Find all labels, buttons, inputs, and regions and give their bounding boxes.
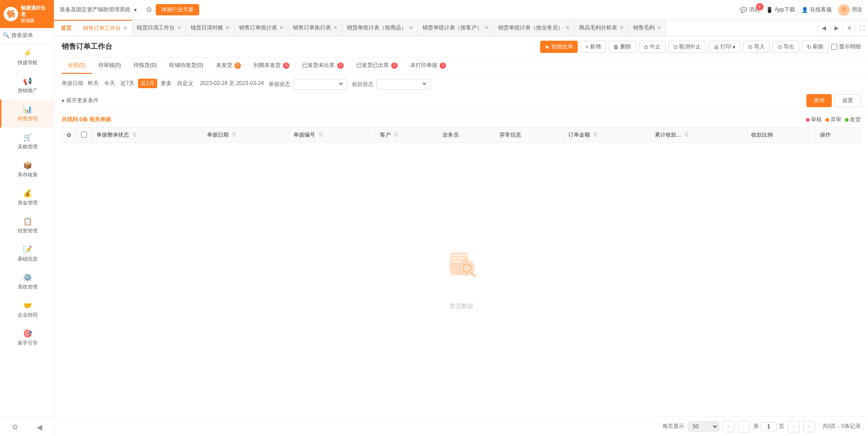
- sort-icon-amount[interactable]: ⇅: [593, 132, 598, 138]
- select-all-checkbox[interactable]: [81, 132, 87, 137]
- print-button[interactable]: 🖨 打印 ▾: [709, 41, 740, 53]
- sidebar-item-quick-nav[interactable]: ⚡ 快捷导航: [0, 43, 54, 71]
- sort-icon-date[interactable]: ⇅: [232, 132, 236, 138]
- tab-close-sales-stats[interactable]: ✕: [279, 25, 283, 31]
- topbar-settings-icon[interactable]: ⚙: [146, 5, 152, 14]
- status-filter-select[interactable]: [293, 79, 347, 90]
- page-prev-button[interactable]: ‹: [738, 421, 750, 432]
- topbar-app-download[interactable]: 📱 App下载: [766, 6, 795, 14]
- tab-sales-stats[interactable]: 销售订单统计表 ✕: [235, 20, 288, 36]
- show-detail-checkbox-label[interactable]: 显示明细: [831, 43, 861, 51]
- sort-icon-payment[interactable]: ⇅: [684, 132, 689, 138]
- export-button[interactable]: ⊙ 导出: [772, 41, 799, 53]
- expand-filter-button[interactable]: ▾ 展开更多条件: [62, 95, 99, 106]
- col-doc-date[interactable]: 单据日期 ⇅: [202, 128, 288, 143]
- audit-action-button[interactable]: 审核: [806, 116, 822, 123]
- col-doc-status[interactable]: 单据整体状态 ⇅: [92, 128, 202, 143]
- sidebar-item-marketing[interactable]: 📢 营销推广: [0, 71, 54, 100]
- tab-close-sales-goods[interactable]: ✕: [409, 25, 413, 31]
- date-opt-yesterday[interactable]: 昨天: [86, 79, 101, 88]
- payment-filter-select[interactable]: [376, 79, 431, 90]
- tab-close-all-button[interactable]: ✕: [843, 20, 855, 36]
- tab-close-sales-staff[interactable]: ✕: [566, 25, 570, 31]
- tab-close-margin[interactable]: ✕: [619, 25, 623, 31]
- tab-close-sales-exec[interactable]: ✕: [333, 25, 337, 31]
- refresh-button[interactable]: ↻ 刷新: [802, 41, 829, 53]
- tab-sales-customer[interactable]: 销货单统计表（按客户） ✕: [418, 20, 494, 36]
- subtab-pending-audit[interactable]: 待审核(0): [92, 58, 128, 74]
- subtab-unshipped[interactable]: 未发货 0: [210, 58, 247, 74]
- filter-settings-button[interactable]: 设置: [834, 94, 861, 107]
- date-opt-more[interactable]: 更多: [159, 79, 173, 88]
- unaudit-action-button[interactable]: 弃审: [825, 116, 841, 123]
- page-number-input[interactable]: [761, 422, 777, 431]
- pause-button[interactable]: ⊙ 中止: [639, 41, 666, 53]
- industry-solution-button[interactable]: 体验行业方案: [156, 4, 199, 15]
- date-opt-7days[interactable]: 近7天: [119, 79, 136, 88]
- tab-sales-order-workbench[interactable]: 销售订单工作台 ✕: [78, 20, 132, 36]
- subtab-wangpu-pending[interactable]: 旺铺待发货(0): [163, 58, 210, 74]
- sort-icon-number[interactable]: ⇅: [318, 132, 323, 138]
- col-customer[interactable]: 客户 ⇅: [375, 128, 437, 143]
- tab-sales-staff[interactable]: 销货单统计表（按业务员） ✕: [494, 20, 575, 36]
- topbar-user[interactable]: 用 用友: [838, 4, 863, 16]
- sort-icon-customer[interactable]: ⇅: [394, 132, 398, 138]
- tab-prev-button[interactable]: ◀: [817, 20, 830, 36]
- horizontal-scroll[interactable]: [62, 412, 861, 416]
- sidebar-search[interactable]: 🔍 搜索菜单: [0, 28, 54, 43]
- topbar-message[interactable]: 💬 消息 6: [740, 6, 760, 14]
- col-checkbox[interactable]: [77, 128, 92, 143]
- subtab-shipped-out[interactable]: 已发货已出库 0: [350, 58, 404, 74]
- import-button[interactable]: ⊙ 导入: [743, 41, 770, 53]
- sidebar-item-purchase[interactable]: 🛒 采购管理: [0, 128, 54, 156]
- sidebar-item-basic-info[interactable]: 📝 基础信息: [0, 240, 54, 268]
- tab-sales-margin[interactable]: 销售毛利 ✕: [628, 20, 666, 36]
- cancel-pause-button[interactable]: ⊙ 取消中止: [668, 41, 706, 53]
- tab-close-sales-customer[interactable]: ✕: [484, 25, 489, 31]
- query-button[interactable]: 查询: [806, 94, 832, 107]
- page-last-button[interactable]: »: [803, 421, 815, 432]
- settings-bottom-icon[interactable]: ⚙: [12, 423, 18, 431]
- sidebar-item-finance[interactable]: 💰 资金管理: [0, 184, 54, 212]
- topbar-dropdown[interactable]: ▾: [134, 7, 137, 13]
- col-cumulative-payment[interactable]: 累计收款... ⇅: [650, 128, 746, 143]
- date-opt-today[interactable]: 今天: [102, 79, 117, 88]
- show-detail-checkbox[interactable]: [831, 44, 837, 50]
- col-settings[interactable]: ⚙: [62, 128, 77, 143]
- subtab-shipped-not-out[interactable]: 已发货未出库 0: [296, 58, 350, 74]
- tab-sales-goods[interactable]: 销货单统计表（按商品） ✕: [342, 20, 418, 36]
- date-opt-custom[interactable]: 自定义: [175, 79, 195, 88]
- sort-icon-doc-status[interactable]: ⇅: [132, 132, 137, 138]
- page-next-button[interactable]: ›: [788, 421, 800, 432]
- col-doc-number[interactable]: 单据编号 ⇅: [288, 128, 375, 143]
- tab-fullscreen-button[interactable]: ⛶: [855, 20, 868, 36]
- ship-action-button[interactable]: 发货: [845, 116, 861, 123]
- tab-close-sales-margin[interactable]: ✕: [657, 25, 661, 31]
- tab-close-reconcile[interactable]: ✕: [225, 25, 230, 31]
- add-button[interactable]: + 新增: [580, 41, 606, 53]
- sidebar-item-guide[interactable]: 🎯 新手引导: [0, 324, 54, 352]
- delete-button[interactable]: 🗑 删除: [609, 41, 636, 53]
- sidebar-item-inventory[interactable]: 📦 库存核算: [0, 156, 54, 184]
- subtab-pending-pick[interactable]: 待拣货(0): [127, 58, 163, 74]
- subtab-unprinted[interactable]: 未打印单据 0: [404, 58, 452, 74]
- sidebar-item-sales[interactable]: 📊 销售管理: [0, 100, 54, 128]
- sidebar-item-operations[interactable]: 📋 经营管理: [0, 212, 54, 240]
- sidebar-item-system[interactable]: ⚙️ 系统管理: [0, 268, 54, 296]
- subtab-overdue-unshipped[interactable]: 到期未发货 0: [247, 58, 296, 74]
- sidebar-item-enterprise[interactable]: 🤝 企业协同: [0, 296, 54, 324]
- page-first-button[interactable]: «: [723, 421, 734, 432]
- topbar-online-service[interactable]: 👤 在线客服: [801, 6, 832, 14]
- date-opt-1month[interactable]: 近1月: [138, 79, 158, 88]
- collapse-icon[interactable]: ◀: [37, 423, 42, 431]
- tab-next-button[interactable]: ▶: [830, 20, 843, 36]
- page-size-select[interactable]: 50 100 200: [688, 422, 719, 431]
- tab-sales-exec[interactable]: 销售订单执行表 ✕: [288, 20, 342, 36]
- smart-create-button[interactable]: ★ 智能生单: [540, 41, 578, 53]
- tab-close-cash-daily[interactable]: ✕: [177, 25, 181, 31]
- subtab-all[interactable]: 全部(0): [62, 58, 92, 74]
- tab-cash-reconcile[interactable]: 钱货日清对账 ✕: [186, 20, 235, 36]
- tab-close-sales-order[interactable]: ✕: [123, 25, 127, 31]
- tab-cash-daily-workbench[interactable]: 钱货日清工作台 ✕: [132, 20, 186, 36]
- col-order-amount[interactable]: 订单金额 ⇅: [564, 128, 650, 143]
